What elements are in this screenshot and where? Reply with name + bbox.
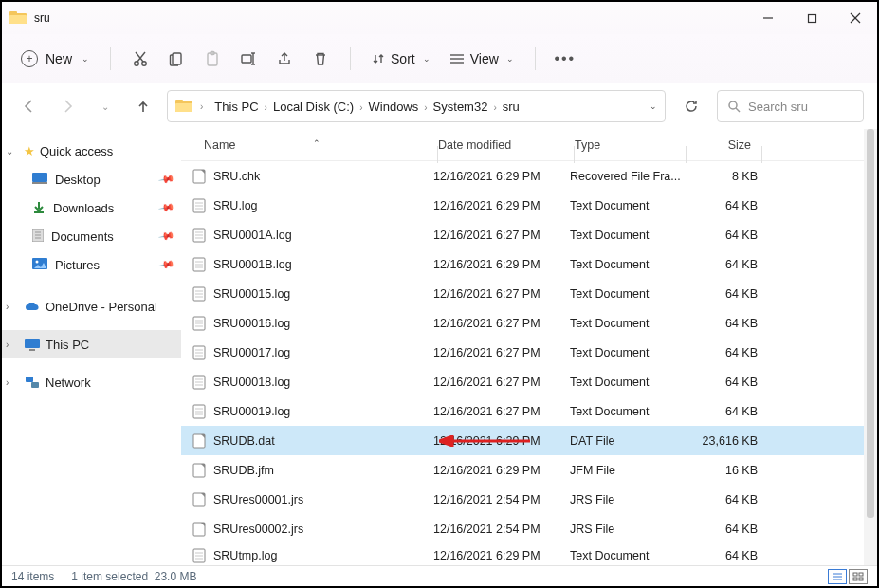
breadcrumb-segment[interactable]: Local Disk (C:): [269, 100, 357, 114]
delete-button[interactable]: [302, 41, 339, 77]
address-bar[interactable]: › This PC›Local Disk (C:)›Windows›System…: [167, 90, 666, 122]
selection-size: 23.0 MB: [155, 570, 197, 583]
svg-rect-37: [26, 377, 33, 382]
file-icon: [191, 256, 208, 273]
more-button[interactable]: •••: [547, 41, 583, 77]
file-row[interactable]: SRUres00001.jrs12/16/2021 2:54 PMJRS Fil…: [181, 485, 864, 514]
chevron-down-icon[interactable]: ⌄: [650, 101, 657, 111]
file-row[interactable]: SRU00017.log12/16/2021 6:27 PMText Docum…: [181, 338, 864, 367]
documents-icon: [32, 229, 44, 245]
view-icon: [449, 52, 465, 65]
sidebar-item-downloads[interactable]: Downloads📌: [2, 193, 181, 222]
network-icon: [24, 376, 41, 389]
svg-rect-14: [242, 55, 251, 63]
up-button[interactable]: [129, 92, 157, 120]
status-bar: 14 items 1 item selected 23.0 MB: [2, 565, 877, 586]
chevron-right-icon: ›: [422, 102, 429, 113]
chevron-down-icon: ⌄: [6, 146, 19, 156]
file-type: JRS File: [570, 493, 682, 506]
file-icon: [191, 374, 208, 391]
column-name[interactable]: Name⌃: [204, 138, 438, 152]
refresh-button[interactable]: [675, 90, 707, 122]
pin-icon: 📌: [158, 171, 176, 189]
file-type: Text Document: [570, 258, 682, 271]
toolbar: + New ⌄ Sort ⌄ View ⌄ •••: [2, 34, 877, 83]
sidebar-item-this-pc[interactable]: › This PC: [2, 330, 181, 358]
monitor-icon: [24, 338, 41, 351]
file-row[interactable]: SRUres00002.jrs12/16/2021 2:54 PMJRS Fil…: [181, 514, 864, 543]
paste-button[interactable]: [194, 41, 230, 77]
back-button[interactable]: [15, 92, 44, 120]
svg-rect-23: [175, 100, 183, 103]
file-name: SRU00017.log: [213, 346, 433, 359]
file-row[interactable]: SRU00019.log12/16/2021 6:27 PMText Docum…: [181, 396, 864, 426]
copy-button[interactable]: [158, 41, 194, 77]
file-row[interactable]: SRU00015.log12/16/2021 6:27 PMText Docum…: [181, 279, 864, 308]
file-type: JRS File: [570, 523, 682, 536]
rename-button[interactable]: [230, 41, 266, 77]
svg-point-34: [36, 260, 39, 263]
file-size: 64 KB: [682, 258, 758, 271]
recent-button[interactable]: ⌄: [91, 92, 119, 120]
cut-button[interactable]: [122, 41, 158, 77]
file-row[interactable]: SRU00016.log12/16/2021 6:27 PMText Docum…: [181, 308, 864, 338]
chevron-down-icon: ⌄: [423, 54, 430, 64]
file-date: 12/16/2021 6:27 PM: [433, 229, 570, 242]
view-label: View: [470, 51, 499, 66]
icons-view-button[interactable]: [849, 569, 868, 584]
sidebar-item-quick-access[interactable]: ⌄ ★ Quick access: [2, 137, 181, 165]
svg-rect-36: [29, 349, 35, 351]
sidebar-item-pictures[interactable]: Pictures📌: [2, 250, 181, 279]
sidebar-item-network[interactable]: › Network: [2, 368, 181, 396]
minimize-button[interactable]: [746, 2, 790, 34]
sidebar-item-documents[interactable]: Documents📌: [2, 222, 181, 250]
file-row[interactable]: SRUDB.jfm12/16/2021 6:29 PMJFM File16 KB: [181, 455, 864, 485]
sidebar-item-label: Downloads: [53, 201, 114, 215]
file-date: 12/16/2021 2:54 PM: [433, 523, 570, 536]
file-size: 64 KB: [682, 346, 758, 359]
file-row[interactable]: SRU00018.log12/16/2021 6:27 PMText Docum…: [181, 367, 864, 396]
svg-rect-26: [32, 173, 47, 182]
file-date: 12/16/2021 6:27 PM: [433, 317, 570, 330]
file-row[interactable]: SRU0001A.log12/16/2021 6:27 PMText Docum…: [181, 220, 864, 249]
share-button[interactable]: [266, 41, 302, 77]
sidebar-item-desktop[interactable]: Desktop📌: [2, 165, 181, 193]
svg-point-7: [135, 61, 138, 64]
sidebar-item-onedrive[interactable]: › OneDrive - Personal: [2, 292, 181, 321]
file-name: SRUres00002.jrs: [213, 523, 433, 536]
breadcrumb-segment[interactable]: Windows: [365, 100, 423, 114]
file-size: 64 KB: [682, 317, 758, 330]
file-row[interactable]: SRU.chk12/16/2021 6:29 PMRecovered File …: [181, 161, 864, 191]
file-name: SRU.chk: [213, 170, 433, 183]
new-button[interactable]: + New ⌄: [11, 45, 99, 73]
file-type: Text Document: [570, 287, 682, 301]
view-button[interactable]: View ⌄: [440, 51, 523, 66]
scrollbar[interactable]: [864, 129, 877, 565]
file-row[interactable]: SRU0001B.log12/16/2021 6:29 PMText Docum…: [181, 249, 864, 279]
column-date[interactable]: Date modified: [438, 138, 575, 152]
file-icon: [191, 432, 208, 450]
forward-button[interactable]: [53, 92, 82, 120]
breadcrumb-segment[interactable]: System32: [430, 100, 492, 114]
breadcrumb-segment[interactable]: sru: [499, 100, 523, 114]
file-row[interactable]: SRUtmp.log12/16/2021 6:29 PMText Documen…: [181, 543, 864, 565]
sort-button[interactable]: Sort ⌄: [362, 51, 440, 66]
chevron-right-icon: ›: [357, 102, 364, 113]
file-name: SRUtmp.log: [213, 549, 433, 562]
column-type[interactable]: Type: [575, 138, 687, 152]
chevron-right-icon: ›: [6, 302, 19, 312]
file-row[interactable]: SRU.log12/16/2021 6:29 PMText Document64…: [181, 191, 864, 220]
address-row: ⌄ › This PC›Local Disk (C:)›Windows›Syst…: [2, 83, 877, 129]
downloads-icon: [32, 200, 46, 216]
file-row[interactable]: SRUDB.dat12/16/2021 6:29 PMDAT File23,61…: [181, 426, 864, 455]
file-icon: [191, 491, 208, 508]
column-size[interactable]: Size: [687, 138, 762, 152]
file-size: 64 KB: [682, 523, 758, 536]
maximize-button[interactable]: [790, 2, 833, 34]
close-button[interactable]: [833, 2, 877, 34]
sidebar-item-label: This PC: [46, 338, 89, 352]
search-box[interactable]: Search sru: [717, 90, 864, 122]
details-view-button[interactable]: [828, 569, 847, 584]
breadcrumb-segment[interactable]: This PC: [211, 100, 262, 114]
file-date: 12/16/2021 2:54 PM: [433, 493, 570, 506]
